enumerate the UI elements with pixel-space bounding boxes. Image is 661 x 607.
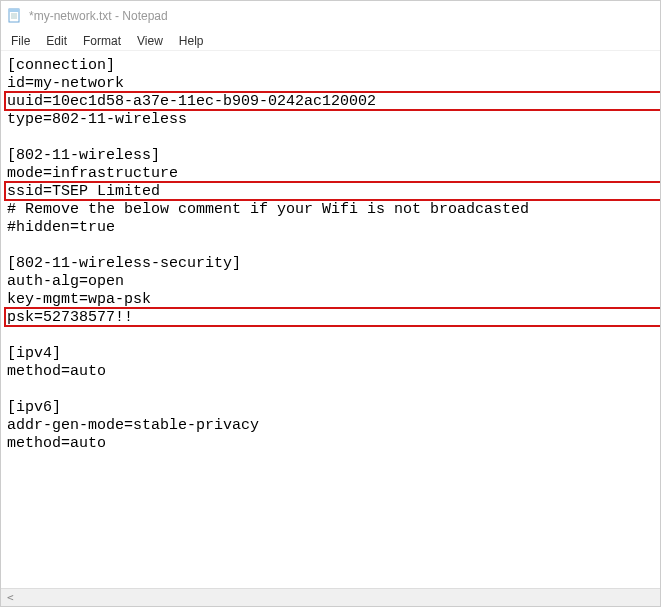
text-line (7, 237, 654, 255)
text-line: [ipv4] (7, 345, 654, 363)
text-line: type=802-11-wireless (7, 111, 654, 129)
text-line (7, 129, 654, 147)
text-line: # Remove the below comment if your Wifi … (7, 201, 654, 219)
statusbar: < (1, 588, 660, 606)
menu-help[interactable]: Help (171, 32, 212, 50)
menu-format[interactable]: Format (75, 32, 129, 50)
svg-rect-1 (9, 9, 19, 12)
text-line: addr-gen-mode=stable-privacy (7, 417, 654, 435)
menu-view[interactable]: View (129, 32, 171, 50)
notepad-icon (7, 8, 23, 24)
text-line: [ipv6] (7, 399, 654, 417)
statusbar-left: < (7, 591, 14, 604)
text-line: id=my-network (7, 75, 654, 93)
text-line (7, 327, 654, 345)
text-line: uuid=10ec1d58-a37e-11ec-b909-0242ac12000… (7, 93, 654, 111)
text-line: method=auto (7, 363, 654, 381)
text-line: [connection] (7, 57, 654, 75)
text-line: [802-11-wireless] (7, 147, 654, 165)
text-line: key-mgmt=wpa-psk (7, 291, 654, 309)
menu-edit[interactable]: Edit (38, 32, 75, 50)
text-line: auth-alg=open (7, 273, 654, 291)
text-editor-area[interactable]: [connection]id=my-networkuuid=10ec1d58-a… (1, 51, 660, 588)
text-line: mode=infrastructure (7, 165, 654, 183)
text-line (7, 381, 654, 399)
titlebar: *my-network.txt - Notepad (1, 1, 660, 31)
text-line: ssid=TSEP Limited (7, 183, 654, 201)
menu-file[interactable]: File (5, 32, 38, 50)
text-line: [802-11-wireless-security] (7, 255, 654, 273)
window-title: *my-network.txt - Notepad (29, 9, 168, 23)
text-line: #hidden=true (7, 219, 654, 237)
text-line: psk=52738577!! (7, 309, 654, 327)
menubar: File Edit Format View Help (1, 31, 660, 51)
text-line: method=auto (7, 435, 654, 453)
